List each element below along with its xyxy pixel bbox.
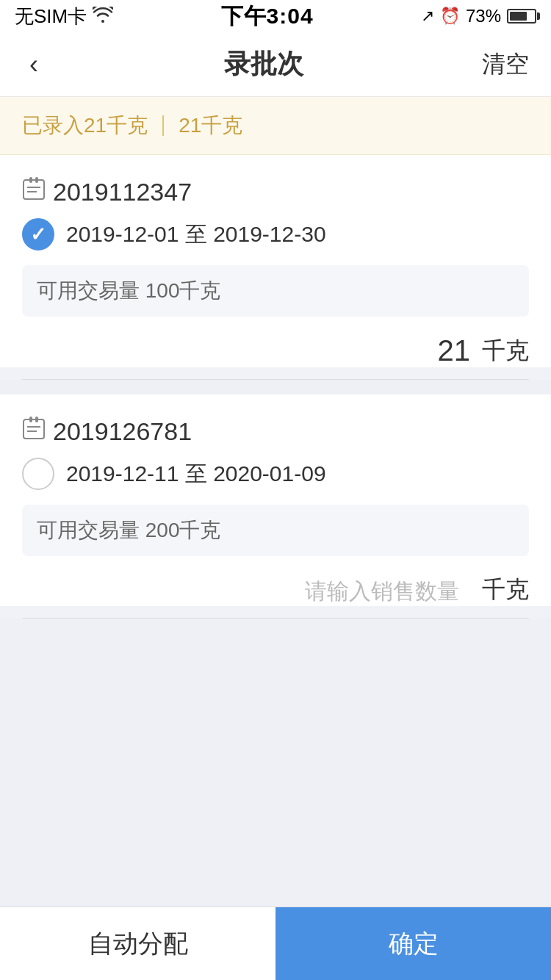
batch-item-2: 2019126781 2019-12-11 至 2020-01-09 可用交易量…	[0, 394, 551, 556]
info-divider	[162, 115, 164, 136]
batch1-header: 2019112347	[22, 177, 529, 206]
batch1-date: 2019-12-01 至 2019-12-30	[66, 220, 326, 250]
batch1-number: 2019112347	[53, 178, 192, 206]
batch1-qty-unit: 千克	[482, 335, 529, 367]
batch2-input-unit: 千克	[482, 574, 529, 606]
back-button[interactable]: ‹	[22, 42, 46, 87]
batch2-icon	[22, 417, 46, 446]
svg-rect-0	[24, 180, 44, 199]
batch2-date-row[interactable]: 2019-12-11 至 2020-01-09	[22, 458, 529, 490]
svg-rect-2	[35, 177, 38, 183]
card-divider	[0, 380, 551, 394]
page-title: 录批次	[224, 46, 303, 82]
status-time: 下午3:04	[221, 1, 314, 32]
batch1-qty-row: 21 千克	[0, 317, 551, 367]
location-icon: ↗	[421, 7, 434, 26]
batch1-available-qty: 可用交易量 100千克	[22, 265, 529, 317]
svg-rect-1	[29, 177, 32, 183]
batch2-input-row[interactable]: 千克	[0, 556, 551, 606]
info-banner: 已录入21千克 21千克	[0, 97, 551, 155]
battery-icon	[507, 9, 536, 24]
auto-distribute-button[interactable]: 自动分配	[0, 907, 276, 980]
svg-rect-5	[24, 419, 44, 439]
batch2-header: 2019126781	[22, 417, 529, 446]
bottom-bar: 自动分配 确定	[0, 907, 551, 980]
alarm-icon: ⏰	[440, 7, 460, 26]
batch1-icon	[22, 177, 46, 206]
wifi-icon	[93, 5, 113, 28]
batch-item-1: 2019112347 2019-12-01 至 2019-12-30 可用交易量…	[0, 155, 551, 317]
batch1-date-row[interactable]: 2019-12-01 至 2019-12-30	[22, 218, 529, 251]
already-recorded-text: 已录入21千克	[22, 112, 148, 140]
empty-area	[0, 619, 551, 927]
clear-button[interactable]: 清空	[482, 48, 529, 81]
status-bar: 无SIM卡 下午3:04 ↗ ⏰ 73%	[0, 0, 551, 32]
svg-rect-7	[35, 417, 38, 422]
battery-percent: 73%	[466, 6, 501, 26]
batch2-qty-input[interactable]	[250, 574, 470, 605]
batch2-available-qty: 可用交易量 200千克	[22, 505, 529, 556]
batch1-checkbox[interactable]	[22, 218, 54, 251]
status-left: 无SIM卡	[15, 4, 113, 29]
batch2-date: 2019-12-11 至 2020-01-09	[66, 459, 326, 489]
carrier-text: 无SIM卡	[15, 4, 87, 29]
status-right: ↗ ⏰ 73%	[421, 6, 536, 26]
total-text: 21千克	[179, 112, 242, 140]
nav-bar: ‹ 录批次 清空	[0, 32, 551, 97]
batch2-number: 2019126781	[53, 417, 192, 446]
batch2-checkbox[interactable]	[22, 458, 54, 490]
confirm-button[interactable]: 确定	[276, 907, 551, 980]
batch1-qty-value: 21	[438, 334, 471, 367]
svg-rect-6	[29, 417, 32, 422]
